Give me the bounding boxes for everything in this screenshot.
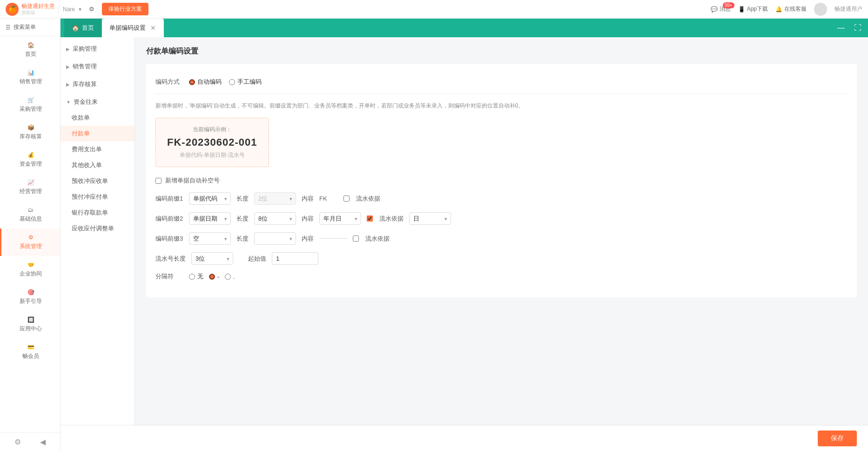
page-content: 付款单编码设置 编码方式 自动编码 手工编码 [135,37,868,425]
prefix2-select[interactable]: 单据日期 [189,212,231,225]
separator-dash-option[interactable]: - [209,273,219,280]
menu-title-sales[interactable]: ▶ 销售管理 [61,59,135,74]
preview-box: 当前编码示例： FK-20230602-001 单据代码-单据日期-流水号 [155,118,269,167]
form-card: 编码方式 自动编码 手工编码 [146,64,857,297]
menu-group-sales: ▶ 销售管理 [61,59,135,74]
separator-row: 分隔符 无 - . [155,272,848,281]
online-service-button[interactable]: 🔔 在线客服 [775,5,807,13]
arrow-down-icon: ▼ [66,100,71,105]
manual-encoding-option[interactable]: 手工编码 [229,78,262,86]
sidebar-item-inventory[interactable]: 📦 库存核算 [0,119,60,146]
menu-group-inventory: ▶ 库存核算 [61,76,135,92]
menu-title-funds[interactable]: ▼ 资金往来 [61,94,135,110]
logo-text: 畅捷通好生意 旗舰版 [21,3,55,15]
manual-encoding-label: 手工编码 [237,78,262,86]
menu-item-prepay-pay[interactable]: 预付冲应付单 [61,189,135,205]
menu-item-payment[interactable]: 付款单 [61,126,135,141]
serial2-label: 流水依据 [379,215,404,223]
menu-item-bank[interactable]: 银行存取款单 [61,205,135,221]
message-badge: 99+ [723,2,734,8]
separator-none-radio[interactable] [189,274,195,280]
length3-select[interactable] [254,232,296,245]
tab-home[interactable]: 🏠 首页 [64,19,102,37]
basic-icon: 🗂 [28,207,34,213]
auto-fill-checkbox[interactable] [155,178,161,184]
sidebar-item-system[interactable]: ⚙ 系统管理 [0,229,60,256]
serial-length-label: 流水号长度 [155,255,186,263]
menu-item-receipts[interactable]: 收款单 [61,110,135,126]
serial3-checkbox[interactable] [353,236,359,242]
sidebar-bottom: ⚙ ◀ [0,432,60,451]
period-select-wrapper: 日 月 年 [409,212,451,225]
nav-dropdown-arrow[interactable]: ▾ [79,6,81,13]
menu-group-purchase: ▶ 采购管理 [61,41,135,57]
sidebar-item-guide[interactable]: 🎯 新手引导 [0,283,60,311]
length2-label: 长度 [236,215,249,223]
prefix3-select[interactable]: 空 [189,232,231,245]
auto-fill-label[interactable]: 新增单据自动补空号 [165,176,220,185]
app-icon: 📱 [738,6,745,13]
prefix1-select[interactable]: 单据代码 [189,192,231,205]
sidebar-item-enterprise[interactable]: 🤝 企业协同 [0,256,60,283]
system-icon: ⚙ [28,234,34,241]
manual-encoding-radio[interactable] [229,79,235,85]
serial-length-select-wrapper: 3位 4位 5位 [191,252,233,265]
start-value-input[interactable] [272,252,318,265]
serial-row: 流水号长度 3位 4位 5位 起始值 [155,252,848,265]
menu-title-inventory[interactable]: ▶ 库存核算 [61,76,135,92]
sidebar-item-purchase[interactable]: 🛒 采购管理 [0,91,60,119]
message-button[interactable]: 💬 消息 99+ [711,5,731,13]
serial-length-select[interactable]: 3位 4位 5位 [191,252,233,265]
top-bar: 🍊 畅捷通好生意 旗舰版 Nare ▾ ⚙ 体验行业方案 💬 消息 99+ 📱 … [0,0,868,19]
trial-button[interactable]: 体验行业方案 [102,3,148,15]
menu-item-ap-adjust[interactable]: 应收应付调整单 [61,221,135,236]
sidebar-item-operations[interactable]: 📈 经营管理 [0,174,60,201]
user-avatar[interactable] [814,3,827,16]
length2-select[interactable]: 8位 [254,212,296,225]
sidebar-item-basic[interactable]: 🗂 基础信息 [0,201,60,229]
sidebar-settings-icon[interactable]: ⚙ [14,438,21,446]
length2-select-wrapper: 8位 [254,212,296,225]
length1-label: 长度 [236,195,249,203]
sidebar-collapse-icon[interactable]: ◀ [40,438,46,446]
content2-select[interactable]: 年月日 [319,212,361,225]
content2-select-wrapper: 年月日 [319,212,361,225]
sidebar-item-finance[interactable]: 💰 资金管理 [0,146,60,174]
separator-dot-radio[interactable] [225,274,231,280]
sidebar-item-apps[interactable]: 🔲 应用中心 [0,311,60,338]
sidebar-item-sales[interactable]: 📊 销售管理 [0,64,60,91]
prefix1-label: 编码前缀1 [155,195,183,203]
settings-icon[interactable]: ⚙ [85,3,98,16]
tab-bar: 🏠 首页 单据编码设置 ✕ — ⛶ [61,19,868,37]
sidebar-item-member[interactable]: 💳 畅会员 [0,338,60,366]
period-select[interactable]: 日 月 年 [409,212,451,225]
serial1-label: 流水依据 [356,195,380,203]
auto-encoding-radio[interactable] [189,79,195,85]
separator-dash-radio[interactable] [209,274,215,280]
serial2-checkbox[interactable] [367,215,373,222]
sidebar-item-home[interactable]: 🏠 首页 [0,36,60,64]
tab-encoding[interactable]: 单据编码设置 ✕ [102,19,164,37]
auto-encoding-option[interactable]: 自动编码 [189,78,222,86]
logo-icon: 🍊 [6,3,19,16]
user-name: 畅捷通用户 [834,5,862,13]
tab-close-icon[interactable]: ✕ [150,24,156,32]
home-tab-icon: 🏠 [72,25,79,32]
tab-minimize-icon[interactable]: — [834,21,848,34]
menu-item-income[interactable]: 其他收入单 [61,157,135,173]
separator-label: 分隔符 [155,272,183,281]
save-button[interactable]: 保存 [818,431,857,446]
separator-dot-option[interactable]: . [225,273,235,280]
serial3-label: 流水依据 [365,235,390,243]
separator-none-option[interactable]: 无 [189,272,203,281]
menu-title-purchase[interactable]: ▶ 采购管理 [61,41,135,57]
menu-item-prepay-recv[interactable]: 预收冲应收单 [61,173,135,189]
operations-icon: 📈 [27,179,34,186]
search-menu[interactable]: ☰ 搜索菜单 [0,19,60,36]
menu-item-expense[interactable]: 费用支出单 [61,141,135,157]
tab-maximize-icon[interactable]: ⛶ [851,21,864,34]
separator-dash-label: - [217,273,219,280]
length1-select[interactable]: 2位 [254,192,296,205]
app-download-button[interactable]: 📱 App下载 [738,5,768,13]
serial1-checkbox[interactable] [343,195,350,202]
